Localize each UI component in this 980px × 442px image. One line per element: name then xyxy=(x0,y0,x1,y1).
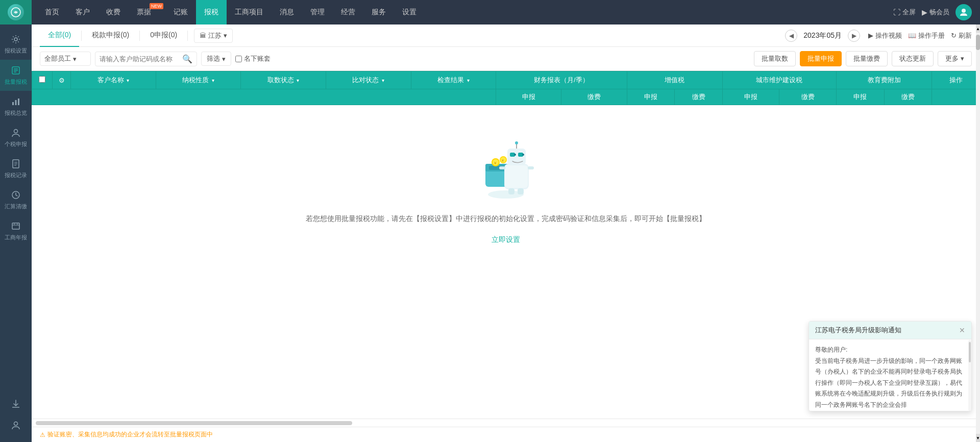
nav-manage[interactable]: 管理 xyxy=(302,0,333,24)
nav-tax[interactable]: 报税 xyxy=(196,0,227,24)
employee-selector[interactable]: 全部员工 ▾ xyxy=(40,52,91,66)
svg-rect-9 xyxy=(18,99,19,105)
empty-state-text: 若您想使用批量报税功能，请先在【报税设置】中进行报税的初始化设置，完成密码验证和… xyxy=(306,212,706,225)
header-compare-status: 比对状态 ▾ xyxy=(326,71,411,89)
main-table: ⚙ 客户名称 ▾ 纳税性质 ▾ 取数状态 ▾ xyxy=(32,71,980,275)
warning-icon: ⚠ xyxy=(40,431,45,438)
empty-state-cell: ¥ ¥ xyxy=(32,105,980,276)
tax-overview-icon xyxy=(10,96,21,107)
tax-settings-icon xyxy=(10,34,21,45)
search-input[interactable] xyxy=(100,55,180,63)
filter-icon-tax-type[interactable]: ▾ xyxy=(212,78,214,83)
notification-body: 尊敬的用户: 受当前电子税务局进一步升级的影响，同一个政务网账号（办税人）名下的… xyxy=(809,339,971,411)
operation-video-link[interactable]: ▶ 操作视频 xyxy=(868,31,902,40)
svg-rect-43 xyxy=(528,166,534,169)
empty-state-row: ¥ ¥ xyxy=(32,105,980,276)
nav-business[interactable]: 工商项目 xyxy=(227,0,272,24)
nav-home[interactable]: 首页 xyxy=(37,0,67,24)
sub-header-vat-pay: 缴费 xyxy=(675,89,723,105)
province-selector[interactable]: 🏛 江苏 ▾ xyxy=(194,29,233,43)
under-account-checkbox[interactable] xyxy=(235,56,242,62)
batch-declare-btn[interactable]: 批量申报 xyxy=(800,51,842,66)
notif-scroll-handle[interactable] xyxy=(969,342,971,362)
tax-records-icon xyxy=(10,158,21,169)
nav-customer[interactable]: 客户 xyxy=(67,0,98,24)
sidebar-item-settlement[interactable]: 汇算清缴 xyxy=(0,184,32,215)
member-btn[interactable]: ▶ 畅会员 xyxy=(922,8,949,17)
gear-icon[interactable]: ⚙ xyxy=(59,77,65,84)
notification-close-btn[interactable]: ✕ xyxy=(959,326,965,334)
filter-icon-fetch[interactable]: ▾ xyxy=(297,78,299,83)
bottom-scrollbar[interactable] xyxy=(32,419,980,427)
sidebar-item-batch-tax[interactable]: 批量报税 xyxy=(0,60,32,91)
book-icon: 📖 xyxy=(908,32,916,39)
nav-items: 首页 客户 收费 票据 NEW 记账 报税 工商项目 消息 管理 经营 服务 设… xyxy=(32,0,893,24)
notification-text: 尊敬的用户: 受当前电子税务局进一步升级的影响，同一个政务网账号（办税人）名下的… xyxy=(815,345,965,411)
header-customer-name: 客户名称 ▾ xyxy=(71,71,156,89)
batch-fetch-btn[interactable]: 批量取数 xyxy=(754,51,796,66)
header-fetch-status: 取数状态 ▾ xyxy=(241,71,326,89)
nav-message[interactable]: 消息 xyxy=(272,0,302,24)
svg-text:¥: ¥ xyxy=(502,159,504,162)
status-update-btn[interactable]: 状态更新 xyxy=(892,51,934,66)
app-logo xyxy=(8,4,24,20)
nav-billing[interactable]: 收费 xyxy=(98,0,129,24)
table-header-row: ⚙ 客户名称 ▾ 纳税性质 ▾ 取数状态 ▾ xyxy=(32,71,980,89)
operation-manual-link[interactable]: 📖 操作手册 xyxy=(908,31,945,40)
sidebar-download[interactable] xyxy=(0,393,32,414)
notification-popup: 江苏电子税务局升级影响通知 ✕ 尊敬的用户: 受当前电子税务局进一步升级的影响，… xyxy=(808,321,972,411)
sidebar-item-annual-report[interactable]: 工商年报 xyxy=(0,215,32,247)
download-icon xyxy=(10,398,21,409)
select-all-checkbox[interactable] xyxy=(39,76,45,83)
tab-zero-declare[interactable]: 0申报(0) xyxy=(142,24,185,47)
sub-header-financial-pay: 缴费 xyxy=(561,89,627,105)
checkbox-under-account[interactable]: 名下账套 xyxy=(235,54,271,63)
nav-settings[interactable]: 设置 xyxy=(394,0,425,24)
more-btn[interactable]: 更多 ▾ xyxy=(938,51,972,66)
nav-service[interactable]: 服务 xyxy=(363,0,394,24)
month-display: 2023年05月 xyxy=(803,31,842,40)
filter-icon-customer[interactable]: ▾ xyxy=(127,78,129,83)
status-bar: ⚠ 验证账密、采集信息均成功的企业才会流转至批量报税页面中 xyxy=(32,427,980,442)
scroll-thumb[interactable] xyxy=(36,421,352,425)
svg-text:¥: ¥ xyxy=(494,161,497,165)
svg-point-21 xyxy=(14,422,18,426)
setup-now-link[interactable]: 立即设置 xyxy=(492,235,520,244)
province-icon: 🏛 xyxy=(200,32,206,39)
sub-header-op-spacer xyxy=(932,89,980,105)
search-icon: 🔍 xyxy=(182,54,192,64)
tab-all[interactable]: 全部(0) xyxy=(40,24,79,47)
nav-invoice[interactable]: 票据 NEW xyxy=(129,0,165,24)
logo-area[interactable] xyxy=(0,0,32,24)
filter-button[interactable]: 筛选 ▾ xyxy=(201,52,231,66)
header-check-result: 检查结果 ▾ xyxy=(411,71,496,89)
sidebar-item-tax-settings[interactable]: 报税设置 xyxy=(0,29,32,60)
selector-chevron-icon: ▾ xyxy=(73,55,77,63)
header-operation: 操作 xyxy=(932,71,980,89)
prev-month-btn[interactable]: ◀ xyxy=(785,30,797,42)
sidebar-item-tax-overview[interactable]: 报税总览 xyxy=(0,91,32,122)
filter-icon-compare[interactable]: ▾ xyxy=(382,78,384,83)
scroll-handle[interactable] xyxy=(976,35,980,50)
header-tax-type: 纳税性质 ▾ xyxy=(156,71,241,89)
batch-pay-btn[interactable]: 批量缴费 xyxy=(846,51,888,66)
scroll-up-btn[interactable]: ▲ xyxy=(976,24,980,33)
next-month-btn[interactable]: ▶ xyxy=(848,30,860,42)
scroll-down-btn[interactable]: ▼ xyxy=(976,434,980,442)
svg-rect-46 xyxy=(505,165,528,188)
sidebar-item-personal-tax[interactable]: 个税申报 xyxy=(0,122,32,153)
nav-accounting[interactable]: 记账 xyxy=(165,0,196,24)
sub-header-city-declare: 申报 xyxy=(722,89,779,105)
fullscreen-btn[interactable]: ⛶ 全屏 xyxy=(893,8,916,17)
month-navigation: ◀ 2023年05月 ▶ xyxy=(785,30,860,42)
tab-divider-3 xyxy=(187,31,188,41)
header-education-fee: 教育费附加 xyxy=(836,71,932,89)
notif-scrollbar[interactable] xyxy=(968,340,971,411)
filter-icon-check[interactable]: ▾ xyxy=(467,78,470,83)
sidebar-user[interactable] xyxy=(0,414,32,436)
tab-tax-declare[interactable]: 税款申报(0) xyxy=(84,24,137,47)
refresh-link[interactable]: ↻ 刷新 xyxy=(951,31,972,40)
nav-operation[interactable]: 经营 xyxy=(333,0,363,24)
sidebar-item-tax-records[interactable]: 报税记录 xyxy=(0,153,32,184)
user-avatar[interactable] xyxy=(955,4,972,20)
